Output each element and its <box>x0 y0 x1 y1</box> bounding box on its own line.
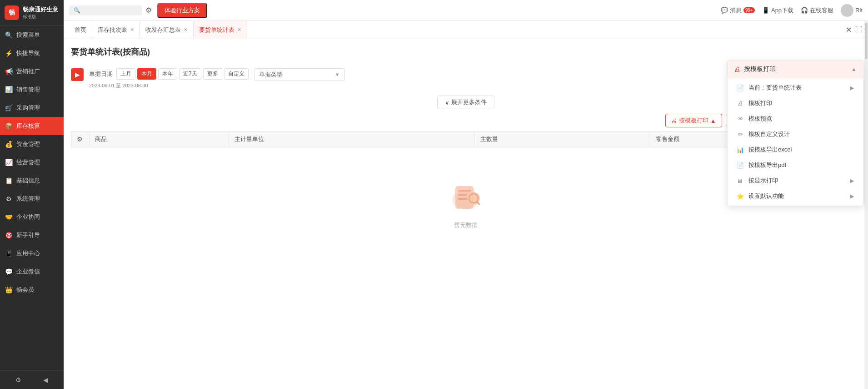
tab-close-inventory-batch[interactable]: ✕ <box>130 27 134 33</box>
sidebar-item-label-marketing: 营销推广 <box>16 67 40 76</box>
collapse-footer-btn[interactable]: ◀ <box>43 376 48 384</box>
print-arrow-icon: ▲ <box>710 117 716 124</box>
sidebar-item-inventory[interactable]: 📦 库存核算 <box>0 117 64 135</box>
tab-close-order-summary[interactable]: ✕ <box>237 27 241 33</box>
export-pdf-label: 按模板导出pdf <box>748 161 786 169</box>
print-button[interactable]: 🖨 按模板打印 ▲ <box>665 114 722 127</box>
tab-close-collection-summary[interactable]: ✕ <box>184 27 188 33</box>
messages-badge: 99+ <box>743 7 755 13</box>
order-type-label: 单据类型 <box>259 71 283 79</box>
print-label: 按模板打印 <box>679 116 708 125</box>
app-download-btn[interactable]: 📱 App下载 <box>762 6 793 15</box>
printer-header-icon: 🖨 <box>734 66 740 73</box>
sidebar-item-label-enterprise: 企业协同 <box>16 213 40 221</box>
tab-order-summary[interactable]: 要货单统计表 ✕ <box>194 21 247 39</box>
template-design-item[interactable]: ✏ 模板自定义设计 <box>728 126 863 142</box>
display-print-label: 按显示打印 <box>748 177 778 185</box>
sidebar-item-guide[interactable]: 🎯 新手引导 <box>0 226 64 244</box>
printer-icon: 🖨 <box>671 117 677 124</box>
settings-footer-btn[interactable]: ⚙ <box>15 376 21 384</box>
date-btn-more[interactable]: 更多 <box>203 68 222 80</box>
date-btn-custom[interactable]: 自定义 <box>224 68 249 80</box>
wechat-icon: 💬 <box>5 268 13 275</box>
export-pdf-icon: 📄 <box>737 162 744 169</box>
template-design-label: 模板自定义设计 <box>748 130 790 138</box>
marketing-icon: 📢 <box>5 68 13 75</box>
vertical-scrollbar-track <box>864 39 868 389</box>
set-default-item[interactable]: ⭐ 设置默认功能 ▶ <box>728 188 863 204</box>
message-icon: 💬 <box>721 7 728 14</box>
sidebar: 畅 畅康通好生意 标准版 🔍 搜索菜单 ⚡ 快捷导航 📢 营销推广 📊 销售管理… <box>0 0 64 389</box>
export-pdf-item[interactable]: 📄 按模板导出pdf <box>728 157 863 173</box>
messages-btn[interactable]: 💬 消息 99+ <box>721 6 755 15</box>
sidebar-item-appstore[interactable]: 📱 应用中心 <box>0 244 64 263</box>
tab-label-collection-summary: 收发存汇总表 <box>145 26 181 34</box>
tab-home[interactable]: 首页 <box>69 21 92 39</box>
main-area: 🔍 ⚙ 体验行业方案 💬 消息 99+ 📱 App下载 🎧 在线客服 Rit <box>64 0 868 389</box>
print-dropdown-title: 按模板打印 <box>744 65 851 73</box>
order-type-select[interactable]: 单据类型 ▼ <box>254 68 345 81</box>
sidebar-item-enterprise[interactable]: 🤝 企业协同 <box>0 208 64 226</box>
sidebar-item-member[interactable]: 👑 畅会员 <box>0 281 64 299</box>
template-preview-item[interactable]: 👁 模板预览 <box>728 111 863 126</box>
empty-icon <box>445 175 486 216</box>
online-service-btn[interactable]: 🎧 在线客服 <box>801 6 833 15</box>
sidebar-item-purchase[interactable]: 🛒 采购管理 <box>0 99 64 117</box>
empty-text: 暂无数据 <box>454 221 478 229</box>
guide-icon: 🎯 <box>5 232 13 239</box>
display-print-item[interactable]: 🖥 按显示打印 ▶ <box>728 173 863 188</box>
app-name: 畅康通好生意 <box>23 5 58 14</box>
sidebar-item-shortcut[interactable]: ⚡ 快捷导航 <box>0 44 64 62</box>
sidebar-item-label-member: 畅会员 <box>16 286 34 294</box>
export-excel-icon: 📊 <box>737 147 744 153</box>
topbar-search-icon: 🔍 <box>74 7 80 14</box>
set-default-icon: ⭐ <box>737 193 744 200</box>
finance-icon: 💰 <box>5 141 13 148</box>
date-range-display: 2023-06-01 至 2023-06-30 <box>89 82 249 89</box>
trial-button[interactable]: 体验行业方案 <box>157 3 207 18</box>
sidebar-item-operation[interactable]: 📈 经营管理 <box>0 153 64 172</box>
date-btn-prev[interactable]: 上月 <box>116 68 135 80</box>
sidebar-item-marketing[interactable]: 📢 营销推广 <box>0 62 64 81</box>
online-service-label: 在线客服 <box>810 6 833 15</box>
date-btn-current[interactable]: 本月 <box>137 68 156 80</box>
filter-expand-button[interactable]: ▶ <box>71 68 84 81</box>
sidebar-item-basic[interactable]: 📋 基础信息 <box>0 172 64 190</box>
sidebar-item-label-shortcut: 快捷导航 <box>16 49 40 57</box>
print-dropdown: 🖨 按模板打印 ▲ 📄 当前：要货单统计表 ▶ 🖨 模板打印 👁 模板预览 <box>727 60 863 206</box>
vertical-scrollbar-thumb[interactable] <box>865 39 868 59</box>
enterprise-icon: 🤝 <box>5 213 13 221</box>
template-preview-label: 模板预览 <box>748 115 772 123</box>
topbar-gear-icon[interactable]: ⚙ <box>145 6 152 15</box>
topbar-right: 💬 消息 99+ 📱 App下载 🎧 在线客服 Rit <box>721 4 863 17</box>
tabbar-right-btns: ✕ ⛶ <box>846 25 863 34</box>
tab-collection-summary[interactable]: 收发存汇总表 ✕ <box>140 21 194 39</box>
export-excel-item[interactable]: 📊 按模板导出excel <box>728 142 863 157</box>
template-print-item[interactable]: 🖨 模板打印 <box>728 96 863 111</box>
expand-more-button[interactable]: ∨ 展开更多条件 <box>437 96 494 109</box>
content-area: 要货单统计表(按商品) ▶ 单据日期 上月 本月 本年 近7天 更多 自定义 2… <box>64 39 868 389</box>
sidebar-item-wechat[interactable]: 💬 企业微信 <box>0 263 64 281</box>
tab-label-order-summary: 要货单统计表 <box>199 26 234 34</box>
tab-label-home: 首页 <box>75 26 86 34</box>
sidebar-item-system[interactable]: ⚙ 系统管理 <box>0 190 64 208</box>
chevron-up-icon: ▲ <box>851 66 857 72</box>
user-avatar-btn[interactable]: Rit <box>841 4 863 17</box>
date-btn-7days[interactable]: 近7天 <box>179 68 201 80</box>
tab-close-all-btn[interactable]: ✕ <box>846 25 852 34</box>
tab-inventory-batch[interactable]: 库存批次账 ✕ <box>92 21 140 39</box>
current-template-arrow: ▶ <box>850 85 854 91</box>
inventory-icon: 📦 <box>5 122 13 130</box>
sidebar-item-sales[interactable]: 📊 销售管理 <box>0 81 64 99</box>
current-template-item[interactable]: 📄 当前：要货单统计表 ▶ <box>728 80 863 96</box>
service-icon: 🎧 <box>801 7 808 14</box>
print-dropdown-header[interactable]: 🖨 按模板打印 ▲ <box>728 61 863 78</box>
current-template-icon: 📄 <box>737 85 744 91</box>
sidebar-item-finance[interactable]: 💰 资金管理 <box>0 135 64 153</box>
date-btn-year[interactable]: 本年 <box>158 68 177 80</box>
sidebar-item-search[interactable]: 🔍 搜索菜单 <box>0 26 64 44</box>
table-gear-icon[interactable]: ⚙ <box>77 136 83 143</box>
export-excel-label: 按模板导出excel <box>748 146 792 154</box>
tab-expand-btn[interactable]: ⛶ <box>855 25 863 34</box>
topbar-search[interactable]: 🔍 <box>69 5 142 15</box>
